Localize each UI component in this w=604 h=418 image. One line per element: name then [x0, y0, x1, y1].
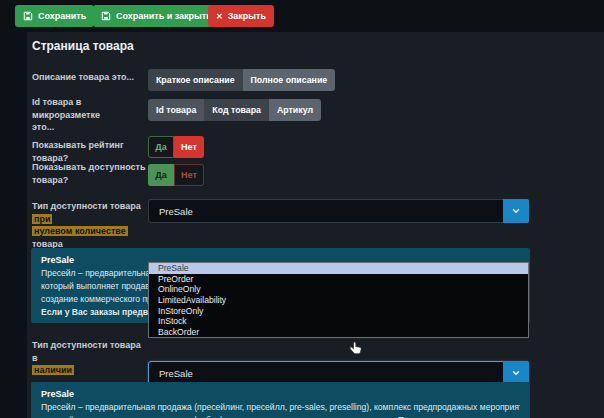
dropdown-option-onlineonly[interactable]: OnlineOnly: [149, 284, 528, 295]
rating-no-button[interactable]: Нет: [174, 136, 204, 158]
dropdown-option-presale[interactable]: PreSale: [149, 263, 528, 274]
highlight-zero-quantity: нулевом количестве: [32, 226, 128, 236]
close-icon: ✕: [216, 12, 223, 21]
dropdown-option-limitedavailability[interactable]: LimitedAvailability: [149, 295, 528, 306]
dropdown-option-instock[interactable]: InStock: [149, 316, 528, 327]
presale-info-box-bottom: PreSale Пресейл – предварительная продаж…: [31, 382, 530, 418]
dropdown-option-backorder[interactable]: BackOrder: [149, 326, 528, 337]
save-button[interactable]: Сохранить: [15, 5, 94, 27]
availability-dropdown-list: PreSale PreOrder OnlineOnly LimitedAvail…: [148, 262, 529, 338]
save-icon: [101, 11, 111, 21]
save-and-close-button[interactable]: Сохранить и закрыть: [93, 5, 220, 27]
show-rating-toggle: Да Нет: [148, 136, 204, 158]
availability-stock-label: Тип доступности товара в наличии: [32, 339, 146, 377]
save-button-label: Сохранить: [38, 11, 86, 21]
rating-yes-button[interactable]: Да: [148, 136, 174, 158]
mouse-pointer-cursor: [349, 341, 363, 361]
dropdown-option-preorder[interactable]: PreOrder: [149, 274, 528, 285]
save-and-close-button-label: Сохранить и закрыть: [116, 11, 212, 21]
show-availability-label: Показывать доступность товара?: [32, 161, 146, 186]
close-button[interactable]: ✕ Закрыть: [208, 5, 274, 27]
highlight-pri: при: [32, 214, 52, 224]
availability-yes-button[interactable]: Да: [148, 164, 174, 186]
description-type-group: Краткое описание Полное описание: [148, 69, 335, 91]
page-title: Страница товара: [32, 39, 134, 53]
toolbar: Сохранить Сохранить и закрыть ✕ Закрыть: [0, 0, 604, 32]
availability-stock-select-value: PreSale: [149, 368, 193, 379]
option-product-code[interactable]: Код товара: [204, 99, 269, 121]
availability-zero-label: Тип доступности товара при нулевом колич…: [32, 200, 146, 250]
show-availability-toggle: Да Нет: [148, 164, 204, 186]
availability-no-button[interactable]: Нет: [174, 164, 204, 186]
option-article[interactable]: Артикул: [269, 99, 321, 121]
highlight-in-stock: наличии: [32, 365, 74, 375]
chevron-down-icon: [511, 364, 521, 382]
save-icon: [23, 11, 33, 21]
close-button-label: Закрыть: [228, 11, 266, 21]
availability-zero-select-chevron-button[interactable]: [503, 199, 529, 223]
microdata-id-group: Id товара Код товара Артикул: [148, 99, 321, 121]
info-bottom-title: PreSale: [41, 388, 520, 401]
availability-zero-select[interactable]: PreSale: [148, 199, 529, 223]
availability-zero-select-value: PreSale: [149, 206, 193, 217]
chevron-down-icon: [511, 202, 521, 220]
dropdown-option-instoreonly[interactable]: InStoreOnly: [149, 305, 528, 316]
option-full-description[interactable]: Полное описание: [243, 69, 336, 91]
description-type-label: Описание товара это...: [32, 71, 146, 84]
option-short-description[interactable]: Краткое описание: [148, 69, 243, 91]
microdata-id-label: Id товара в микроразметке это...: [32, 96, 146, 134]
option-product-id[interactable]: Id товара: [148, 99, 204, 121]
